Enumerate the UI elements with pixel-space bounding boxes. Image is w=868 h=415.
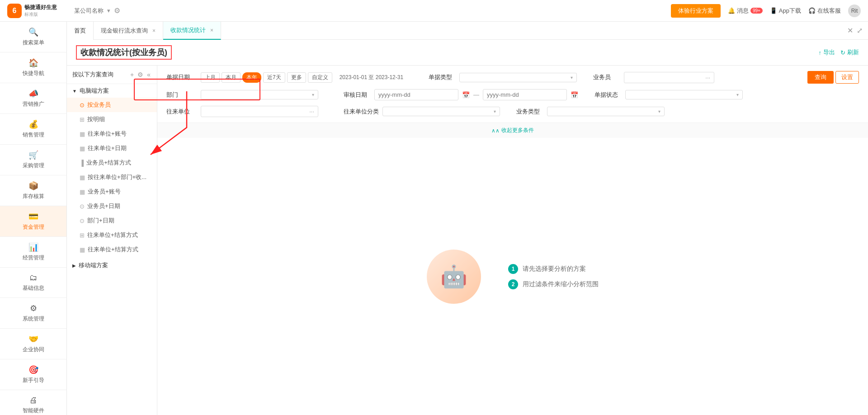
counterpart-dots: ··· [309, 108, 314, 115]
query-button[interactable]: 查询 [807, 71, 834, 84]
sidebar-item-search[interactable]: 🔍 搜索菜单 [0, 22, 66, 52]
app-download-btn[interactable]: 📱 App下载 [770, 7, 801, 15]
triangle-right-icon: ▶ [72, 263, 76, 268]
filter-actions: 查询 设置 [807, 71, 859, 84]
scheme-item-9[interactable]: ⊞ 往来单位+结算方式 [67, 228, 157, 242]
dept-filter-label: 部门 [166, 91, 193, 99]
sidebar-item-sales[interactable]: 💰 销售管理 [0, 114, 66, 145]
empty-step-1: 1 请先选择要分析的方案 [508, 264, 599, 274]
biz-type-select[interactable]: ▾ [547, 107, 665, 116]
sidebar-item-finance[interactable]: 💳 资金管理 [0, 206, 66, 237]
handshake-icon: 🤝 [28, 334, 38, 344]
sidebar-item-inventory[interactable]: 📦 库存核算 [0, 175, 66, 206]
scheme-item-4[interactable]: ▐ 业务员+结算方式 [67, 156, 157, 170]
scheme-item-10[interactable]: ▦ 往来单位+结算方式 [67, 242, 157, 257]
date-btn-this-year[interactable]: 本年 [242, 72, 261, 83]
settings-icon[interactable]: ⚙ [114, 6, 120, 15]
review-date-end[interactable] [483, 89, 567, 100]
user-avatar[interactable]: Rit [848, 5, 861, 17]
scheme-item-1[interactable]: ⊞ 按明细 [67, 112, 157, 127]
date-btn-7days[interactable]: 近7天 [263, 72, 285, 83]
scheme-item-8[interactable]: ⊙ 部门+日期 [67, 213, 157, 228]
tab-bank[interactable]: 现金银行流水查询 × [94, 22, 163, 40]
scheme-item-label-4: 业务员+结算方式 [86, 159, 131, 167]
app-logo: 6 [7, 4, 22, 18]
active-scheme-icon: ⊙ [80, 102, 85, 108]
window-close-icon[interactable]: ✕ [847, 26, 853, 35]
window-maximize-icon[interactable]: ⤢ [857, 26, 863, 35]
dept-select[interactable]: ▾ [201, 90, 318, 99]
step-num-2: 2 [508, 279, 518, 289]
trial-button[interactable]: 体验行业方案 [671, 4, 721, 18]
doc-type-group: 单据类型 ▾ [429, 73, 577, 82]
scheme-item-label-5: 按往来单位+部门+收... [88, 173, 146, 181]
refresh-button[interactable]: ↻ 刷新 [840, 48, 859, 57]
online-service-btn[interactable]: 🎧 在线客服 [808, 7, 841, 15]
tab-receipt[interactable]: 收款情况统计 × [163, 22, 221, 40]
tab-close-receipt[interactable]: × [210, 27, 213, 33]
scheme-item-2[interactable]: ▦ 往来单位+账号 [67, 127, 157, 141]
tab-window-controls: ✕ ⤢ [847, 26, 868, 35]
review-date-start[interactable] [374, 89, 458, 100]
notification-btn[interactable]: 🔔 消息 99+ [728, 7, 763, 15]
doc-status-select[interactable]: ▾ [625, 90, 743, 99]
counterpart-type-select[interactable]: ▾ [382, 107, 500, 116]
money-icon: 💰 [28, 119, 38, 129]
search-icon: 🔍 [28, 27, 38, 37]
tab-close-bank[interactable]: × [152, 28, 156, 34]
calendar-icon-end[interactable]: 📅 [571, 91, 578, 99]
sidebar-item-newbie[interactable]: 🎯 新手引导 [0, 359, 66, 390]
scheme-item-label-2: 往来单位+账号 [88, 130, 127, 138]
table-icon-6: ▦ [80, 189, 85, 195]
empty-state: 🤖 1 请先选择要分析的方案 2 用过滤条件来缩小分析范围 [427, 250, 599, 304]
sidebar-item-enterprise[interactable]: 🤝 企业协同 [0, 329, 66, 359]
settings-button[interactable]: 设置 [835, 71, 859, 84]
notification-label: 消息 [737, 7, 749, 15]
add-scheme-button[interactable]: + [129, 70, 135, 79]
collapse-panel-button[interactable]: « [146, 70, 151, 79]
counterpart-type-label: 往来单位分类 [344, 108, 379, 116]
chevron-dept: ▾ [312, 92, 314, 97]
tab-home[interactable]: 首页 [67, 22, 94, 40]
sidebar-item-base[interactable]: 🗂 基础信息 [0, 268, 66, 298]
settings-scheme-button[interactable]: ⚙ [137, 70, 144, 79]
scheme-item-7[interactable]: ⊙ 业务员+日期 [67, 199, 157, 213]
scheme-item-0[interactable]: ⊙ 按业务员 [67, 98, 157, 112]
salesperson-select[interactable]: ··· [624, 72, 714, 83]
export-button[interactable]: ↑ 导出 [819, 48, 835, 57]
collapse-label: 收起更多条件 [501, 127, 534, 134]
scheme-group-mobile-header[interactable]: ▶ 移动端方案 [67, 259, 157, 272]
scheme-item-label-9: 往来单位+结算方式 [87, 231, 138, 239]
sidebar-item-system[interactable]: ⚙ 系统管理 [0, 298, 66, 329]
date-options: 上月 本月 本年 近7天 更多 自定义 [201, 72, 332, 83]
biz-type-group: 业务类型 ▾ [516, 107, 665, 116]
sidebar-label-enterprise: 企业协同 [23, 346, 44, 354]
chevron-down-icon[interactable]: ▾ [107, 7, 110, 14]
result-area: 🤖 1 请先选择要分析的方案 2 用过滤条件来缩小分析范围 [157, 138, 868, 415]
content-wrapper: 收款情况统计(按业务员) ↑ 导出 ↻ 刷新 按以下方 [67, 40, 868, 415]
scheme-group-pc-header[interactable]: ▼ 电脑端方案 [67, 84, 157, 98]
sidebar-item-hardware[interactable]: 🖨 智能硬件 [0, 390, 66, 415]
scheme-item-3[interactable]: ▦ 往来单位+日期 [67, 141, 157, 156]
sidebar-item-marketing[interactable]: 📣 营销推广 [0, 83, 66, 114]
filter-row-3: 往来单位 ··· 往来单位分类 ▾ [166, 106, 859, 117]
date-btn-last-month[interactable]: 上月 [201, 72, 220, 83]
collapse-bar[interactable]: ∧∧ 收起更多条件 [157, 123, 868, 138]
counterpart-select[interactable]: ··· [201, 106, 318, 117]
date-btn-this-month[interactable]: 本月 [222, 72, 241, 83]
scheme-panel-title: 按以下方案查询 [72, 71, 127, 79]
date-btn-more[interactable]: 更多 [287, 72, 306, 83]
tab-bar: 首页 现金银行流水查询 × 收款情况统计 × ✕ ⤢ [67, 22, 868, 40]
calendar-icon-start[interactable]: 📅 [462, 91, 470, 99]
top-header: 6 畅捷通好生意 标准版 某公司名称 ▾ ⚙ 体验行业方案 🔔 消息 99+ 📱… [0, 0, 868, 22]
sidebar-item-purchase[interactable]: 🛒 采购管理 [0, 145, 66, 175]
scheme-group-mobile-label: 移动端方案 [79, 261, 108, 269]
date-range-text: 2023-01-01 至 2023-12-31 [340, 74, 403, 81]
date-btn-custom[interactable]: 自定义 [308, 72, 332, 83]
scheme-item-label-1: 按明细 [87, 115, 105, 123]
sidebar-item-nav[interactable]: 🏠 快捷导航 [0, 52, 66, 83]
scheme-item-6[interactable]: ▦ 业务员+账号 [67, 184, 157, 199]
scheme-item-5[interactable]: ▦ 按往来单位+部门+收... [67, 170, 157, 184]
sidebar-item-operation[interactable]: 📊 经营管理 [0, 237, 66, 268]
doc-type-select[interactable]: ▾ [459, 73, 577, 82]
